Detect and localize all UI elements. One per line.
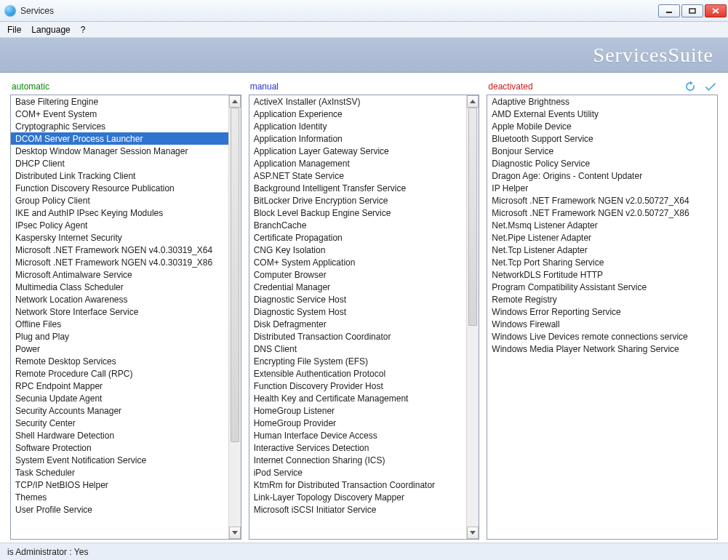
maximize-button[interactable]: [681, 4, 703, 17]
list-item[interactable]: Windows Firewall: [487, 318, 717, 330]
list-item[interactable]: DHCP Client: [11, 157, 228, 169]
list-item[interactable]: Network Store Interface Service: [11, 305, 228, 318]
list-item[interactable]: Background Intelligent Transfer Service: [249, 182, 467, 194]
list-item[interactable]: Remote Desktop Services: [11, 355, 228, 367]
list-item[interactable]: Security Center: [11, 417, 228, 429]
apply-check-icon[interactable]: [703, 79, 718, 94]
close-button[interactable]: [705, 4, 727, 17]
list-item[interactable]: Task Scheduler: [11, 466, 228, 479]
list-item[interactable]: Program Compatibility Assistant Service: [487, 281, 717, 293]
list-item[interactable]: KtmRm for Distributed Transaction Coordi…: [249, 479, 467, 491]
list-item[interactable]: Net.Tcp Port Sharing Service: [487, 256, 717, 268]
list-item[interactable]: IKE and AuthIP IPsec Keying Modules: [11, 207, 228, 219]
list-item[interactable]: Diagnostic Policy Service: [487, 157, 717, 169]
list-item[interactable]: Block Level Backup Engine Service: [249, 207, 467, 219]
list-item[interactable]: Power: [11, 343, 228, 355]
scroll-up-icon[interactable]: [229, 95, 241, 108]
list-item[interactable]: Net.Msmq Listener Adapter: [487, 219, 717, 231]
list-item[interactable]: Diagnostic System Host: [249, 305, 467, 318]
list-item[interactable]: Application Management: [249, 157, 467, 169]
menu-language[interactable]: Language: [31, 25, 70, 35]
list-item[interactable]: DCOM Server Process Launcher: [11, 132, 228, 145]
scroll-track[interactable]: [229, 108, 241, 527]
list-item[interactable]: Offline Files: [11, 318, 228, 330]
list-item[interactable]: Multimedia Class Scheduler: [11, 281, 228, 293]
scroll-thumb[interactable]: [231, 108, 239, 442]
list-item[interactable]: Kaspersky Internet Security: [11, 231, 228, 244]
list-item[interactable]: Application Identity: [249, 120, 467, 132]
list-item[interactable]: Base Filtering Engine: [11, 95, 228, 108]
list-item[interactable]: Secunia Update Agent: [11, 392, 228, 404]
list-item[interactable]: Dragon Age: Origins - Content Updater: [487, 169, 717, 182]
list-item[interactable]: Microsoft Antimalware Service: [11, 268, 228, 281]
listbox-deactivated[interactable]: Adaptive BrightnessAMD External Events U…: [487, 95, 718, 540]
list-item[interactable]: IP Helper: [487, 182, 717, 194]
list-item[interactable]: Plug and Play: [11, 330, 228, 343]
list-item[interactable]: Link-Layer Topology Discovery Mapper: [249, 491, 467, 503]
list-item[interactable]: Diagnostic Service Host: [249, 293, 467, 305]
list-item[interactable]: COM+ Event System: [11, 108, 228, 120]
list-item[interactable]: RPC Endpoint Mapper: [11, 380, 228, 392]
list-item[interactable]: HomeGroup Provider: [249, 417, 467, 429]
list-item[interactable]: Microsoft .NET Framework NGEN v4.0.30319…: [11, 256, 228, 268]
list-item[interactable]: ActiveX Installer (AxInstSV): [249, 95, 467, 108]
list-item[interactable]: COM+ System Application: [249, 256, 467, 268]
list-item[interactable]: DNS Client: [249, 343, 467, 355]
list-item[interactable]: Distributed Transaction Coordinator: [249, 330, 467, 343]
list-item[interactable]: AMD External Events Utility: [487, 108, 717, 120]
list-item[interactable]: Computer Browser: [249, 268, 467, 281]
list-item[interactable]: Windows Media Player Network Sharing Ser…: [487, 343, 717, 355]
scroll-down-icon[interactable]: [467, 527, 479, 539]
menu-file[interactable]: File: [7, 25, 21, 35]
list-item[interactable]: Windows Live Devices remote connections …: [487, 330, 717, 343]
list-item[interactable]: Application Experience: [249, 108, 467, 120]
listbox-manual[interactable]: ActiveX Installer (AxInstSV)Application …: [249, 95, 480, 540]
list-item[interactable]: Credential Manager: [249, 281, 467, 293]
list-item[interactable]: Distributed Link Tracking Client: [11, 169, 228, 182]
list-item[interactable]: Certificate Propagation: [249, 231, 467, 244]
list-item[interactable]: iPod Service: [249, 466, 467, 479]
list-item[interactable]: Desktop Window Manager Session Manager: [11, 145, 228, 157]
scroll-down-icon[interactable]: [229, 527, 241, 539]
scrollbar-automatic[interactable]: [228, 95, 241, 539]
list-item[interactable]: BitLocker Drive Encryption Service: [249, 194, 467, 207]
list-item[interactable]: Disk Defragmenter: [249, 318, 467, 330]
list-item[interactable]: IPsec Policy Agent: [11, 219, 228, 231]
list-item[interactable]: Themes: [11, 491, 228, 503]
list-item[interactable]: Windows Error Reporting Service: [487, 305, 717, 318]
list-item[interactable]: Function Discovery Resource Publication: [11, 182, 228, 194]
minimize-button[interactable]: [658, 4, 680, 17]
list-item[interactable]: User Profile Service: [11, 503, 228, 516]
listbox-automatic[interactable]: Base Filtering EngineCOM+ Event SystemCr…: [10, 95, 241, 540]
list-item[interactable]: Cryptographic Services: [11, 120, 228, 132]
list-item[interactable]: Microsoft .NET Framework NGEN v4.0.30319…: [11, 244, 228, 256]
list-item[interactable]: Shell Hardware Detection: [11, 429, 228, 441]
list-item[interactable]: Application Information: [249, 132, 467, 145]
list-item[interactable]: Remote Procedure Call (RPC): [11, 367, 228, 380]
list-item[interactable]: Software Protection: [11, 441, 228, 454]
list-item[interactable]: Human Interface Device Access: [249, 429, 467, 441]
list-item[interactable]: ASP.NET State Service: [249, 169, 467, 182]
list-item[interactable]: Apple Mobile Device: [487, 120, 717, 132]
list-item[interactable]: Function Discovery Provider Host: [249, 380, 467, 392]
list-item[interactable]: Internet Connection Sharing (ICS): [249, 454, 467, 466]
list-item[interactable]: Application Layer Gateway Service: [249, 145, 467, 157]
menu-help[interactable]: ?: [81, 25, 86, 35]
list-item[interactable]: Network Location Awareness: [11, 293, 228, 305]
list-item[interactable]: Net.Pipe Listener Adapter: [487, 231, 717, 244]
list-item[interactable]: Extensible Authentication Protocol: [249, 367, 467, 380]
list-item[interactable]: Health Key and Certificate Management: [249, 392, 467, 404]
list-item[interactable]: NetworkDLS Fortitude HTTP: [487, 268, 717, 281]
list-item[interactable]: Microsoft .NET Framework NGEN v2.0.50727…: [487, 207, 717, 219]
list-item[interactable]: TCP/IP NetBIOS Helper: [11, 479, 228, 491]
scroll-track[interactable]: [467, 108, 479, 527]
list-item[interactable]: System Event Notification Service: [11, 454, 228, 466]
list-item[interactable]: Bonjour Service: [487, 145, 717, 157]
list-item[interactable]: Interactive Services Detection: [249, 441, 467, 454]
list-item[interactable]: HomeGroup Listener: [249, 404, 467, 417]
list-item[interactable]: Microsoft iSCSI Initiator Service: [249, 503, 467, 516]
list-item[interactable]: Remote Registry: [487, 293, 717, 305]
list-item[interactable]: Net.Tcp Listener Adapter: [487, 244, 717, 256]
list-item[interactable]: BranchCache: [249, 219, 467, 231]
list-item[interactable]: Microsoft .NET Framework NGEN v2.0.50727…: [487, 194, 717, 207]
